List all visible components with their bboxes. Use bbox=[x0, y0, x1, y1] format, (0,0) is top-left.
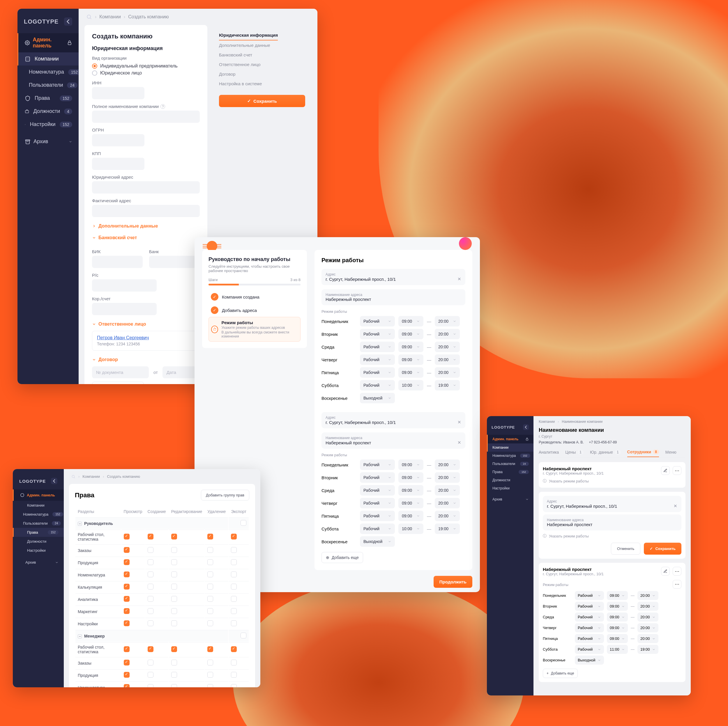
sidebar-item-nomenclature[interactable]: Номенклатура152 bbox=[13, 510, 64, 519]
checkbox[interactable] bbox=[124, 584, 130, 590]
step-2[interactable]: ✓ Добавить адреса bbox=[208, 304, 301, 317]
section-extra[interactable]: Дополнительные данные bbox=[92, 223, 200, 229]
close-time-dropdown[interactable]: 20:00 bbox=[435, 316, 460, 326]
checkbox[interactable] bbox=[124, 646, 130, 652]
sidebar-item-users[interactable]: Пользователи24 bbox=[487, 460, 534, 468]
sidebar-archive-header[interactable]: Архив bbox=[13, 558, 64, 567]
input-doc-number[interactable]: № документа bbox=[92, 366, 149, 378]
open-time-dropdown[interactable]: 09:00 bbox=[607, 602, 628, 611]
checkbox[interactable] bbox=[171, 559, 177, 565]
open-time-dropdown[interactable]: 09:00 bbox=[398, 511, 424, 521]
input-bik[interactable] bbox=[92, 256, 143, 268]
checkbox[interactable] bbox=[124, 547, 130, 553]
radio-yur[interactable]: Юридическое лицо bbox=[92, 70, 200, 76]
add-more-button[interactable]: + Добавить еще bbox=[543, 669, 578, 678]
checkbox[interactable] bbox=[171, 646, 177, 652]
checkbox[interactable] bbox=[240, 633, 246, 638]
day-type-dropdown[interactable]: Рабочий bbox=[360, 459, 395, 470]
close-time-dropdown[interactable]: 20:00 bbox=[638, 623, 658, 632]
close-time-dropdown[interactable]: 20:00 bbox=[638, 591, 658, 600]
checkbox[interactable] bbox=[148, 547, 153, 553]
edit-button[interactable] bbox=[661, 567, 670, 575]
section-bank[interactable]: Банковский счет bbox=[92, 235, 200, 240]
collapse-sidebar-button[interactable] bbox=[51, 478, 57, 484]
day-type-dropdown[interactable]: Рабочий bbox=[575, 613, 604, 622]
input-legal-addr[interactable] bbox=[92, 181, 200, 194]
day-type-dropdown[interactable]: Выходной bbox=[575, 656, 604, 665]
checkbox[interactable] bbox=[207, 672, 213, 678]
tab-employees[interactable]: Сотрудники8 bbox=[627, 447, 659, 457]
category-row[interactable]: −Руководитель bbox=[75, 517, 249, 529]
checkbox[interactable] bbox=[207, 646, 213, 652]
open-time-dropdown[interactable]: 09:00 bbox=[398, 354, 424, 365]
input-bank[interactable] bbox=[149, 256, 200, 268]
sidebar-item-positions[interactable]: Должности bbox=[487, 476, 534, 484]
anchor-resp[interactable]: Ответственное лицо bbox=[219, 59, 305, 69]
checkbox[interactable] bbox=[207, 584, 213, 590]
responsible-person[interactable]: Петров Иван Сергеевич Телефон: 1234 1234… bbox=[92, 331, 200, 351]
anchor-bank[interactable]: Банковский счет bbox=[219, 50, 305, 59]
day-type-dropdown[interactable]: Рабочий bbox=[360, 354, 395, 365]
input-fullname[interactable] bbox=[92, 111, 200, 123]
sidebar-item-settings[interactable]: Настройки 152 bbox=[17, 118, 79, 131]
add-more-button[interactable]: ⊕ Добавить еще bbox=[321, 552, 363, 563]
checkbox[interactable] bbox=[124, 559, 130, 565]
open-time-dropdown[interactable]: 09:00 bbox=[607, 634, 628, 643]
close-time-dropdown[interactable]: 20:00 bbox=[435, 459, 460, 470]
checkbox[interactable] bbox=[231, 672, 237, 678]
checkbox[interactable] bbox=[124, 572, 130, 577]
input-kpp[interactable] bbox=[92, 158, 144, 170]
checkbox[interactable] bbox=[207, 596, 213, 602]
checkbox[interactable] bbox=[231, 646, 237, 652]
category-row[interactable]: −Менеджер bbox=[75, 630, 249, 642]
clear-addr-name-button[interactable]: ✕ bbox=[457, 440, 461, 445]
continue-button[interactable]: Продолжить bbox=[434, 576, 472, 588]
day-type-dropdown[interactable]: Выходной bbox=[360, 536, 395, 547]
day-type-dropdown[interactable]: Рабочий bbox=[575, 602, 604, 611]
add-group-button[interactable]: Добавить группу прав bbox=[201, 490, 249, 500]
day-type-dropdown[interactable]: Рабочий bbox=[360, 329, 395, 339]
sidebar-item-companies[interactable]: Компании bbox=[17, 52, 79, 66]
checkbox[interactable] bbox=[171, 620, 177, 626]
input-ks[interactable] bbox=[92, 303, 157, 315]
tab-prices[interactable]: Цены1 bbox=[565, 447, 584, 457]
checkbox[interactable] bbox=[148, 620, 153, 626]
checkbox[interactable] bbox=[231, 559, 237, 565]
open-time-dropdown[interactable]: 09:00 bbox=[398, 329, 424, 339]
open-time-dropdown[interactable]: 09:00 bbox=[607, 623, 628, 632]
open-time-dropdown[interactable]: 09:00 bbox=[398, 367, 424, 378]
close-time-dropdown[interactable]: 20:00 bbox=[435, 498, 460, 508]
step-3[interactable]: ⏱ Режим работы Укажите режим работы ваши… bbox=[208, 317, 301, 342]
day-type-dropdown[interactable]: Рабочий bbox=[360, 485, 395, 496]
close-time-dropdown[interactable]: 20:00 bbox=[435, 472, 460, 483]
collapse-sidebar-button[interactable] bbox=[523, 424, 529, 430]
sidebar-item-users[interactable]: Пользователи24 bbox=[13, 519, 64, 528]
anchor-system[interactable]: Настройка в системе bbox=[219, 79, 305, 88]
checkbox[interactable] bbox=[171, 572, 177, 577]
set-mode-hint[interactable]: ⓘ Указать режим работы bbox=[543, 478, 681, 483]
radio-ip[interactable]: Индивидуальный предприниматель bbox=[92, 63, 200, 69]
checkbox[interactable] bbox=[207, 547, 213, 553]
checkbox[interactable] bbox=[231, 684, 237, 687]
collapse-schedule-button[interactable]: ⋯ bbox=[673, 580, 681, 589]
anchor-legal[interactable]: Юридическая информация bbox=[219, 30, 278, 40]
close-time-dropdown[interactable]: 20:00 bbox=[435, 367, 460, 378]
sidebar-item-rights[interactable]: Права152 bbox=[487, 468, 534, 476]
more-button[interactable]: ⋯ bbox=[673, 466, 681, 475]
checkbox[interactable] bbox=[148, 660, 153, 665]
open-time-dropdown[interactable]: 10:00 bbox=[398, 523, 424, 534]
close-time-dropdown[interactable]: 20:00 bbox=[435, 511, 460, 521]
day-type-dropdown[interactable]: Рабочий bbox=[360, 523, 395, 534]
tab-menu[interactable]: Меню bbox=[665, 447, 676, 457]
save-button[interactable]: ✓ Сохранить bbox=[219, 95, 305, 107]
close-time-dropdown[interactable]: 20:00 bbox=[638, 613, 658, 622]
checkbox[interactable] bbox=[207, 620, 213, 626]
checkbox[interactable] bbox=[171, 534, 177, 540]
close-time-dropdown[interactable]: 20:00 bbox=[435, 354, 460, 365]
checkbox[interactable] bbox=[231, 584, 237, 590]
user-avatar[interactable] bbox=[459, 237, 472, 250]
checkbox[interactable] bbox=[231, 620, 237, 626]
search-icon[interactable] bbox=[71, 474, 75, 479]
checkbox[interactable] bbox=[124, 534, 130, 540]
sidebar-item-positions[interactable]: Должности bbox=[13, 537, 64, 546]
